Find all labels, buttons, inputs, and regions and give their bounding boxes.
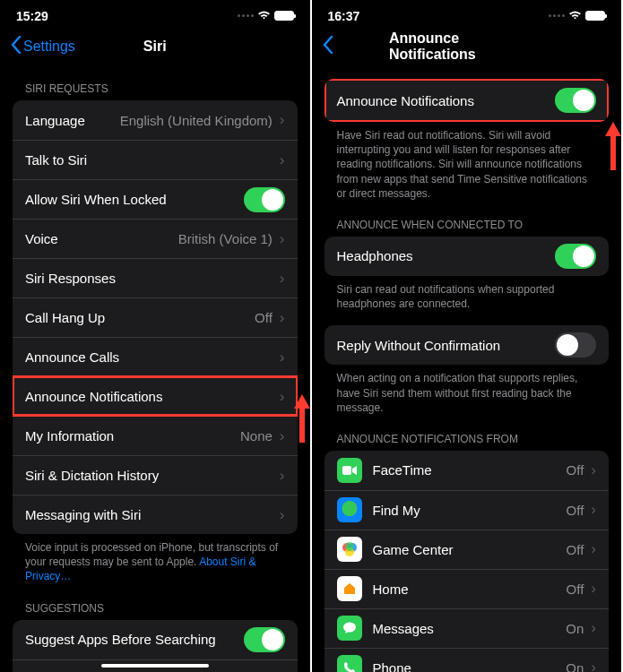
- row-headphones[interactable]: Headphones: [324, 237, 610, 276]
- chevron-right-icon: ›: [591, 580, 596, 598]
- row-label: Announce Calls: [25, 349, 119, 365]
- footer-headphones: Siri can read out notifications when sup…: [312, 276, 622, 313]
- row-app-findmy[interactable]: Find My Off ›: [324, 490, 610, 530]
- page-title: Siri: [143, 39, 167, 55]
- row-my-information[interactable]: My Information None ›: [13, 416, 298, 455]
- status-icons: [549, 10, 605, 22]
- chevron-right-icon: ›: [280, 427, 285, 445]
- row-messaging-with-siri[interactable]: Messaging with Siri ›: [13, 495, 298, 534]
- toggle-headphones[interactable]: [555, 244, 596, 269]
- screenshot-right: 16:37 Announce Notifications Announce No…: [312, 0, 624, 672]
- row-siri-dictation-history[interactable]: Siri & Dictation History ›: [13, 455, 298, 495]
- chevron-right-icon: ›: [280, 506, 285, 524]
- section-header-connected: ANNOUNCE WHEN CONNECTED TO: [312, 202, 622, 237]
- row-label: Call Hang Up: [25, 310, 105, 325]
- chevron-right-icon: ›: [591, 659, 596, 672]
- section-header-from: ANNOUNCE NOTIFICATIONS FROM: [312, 417, 622, 451]
- announce-toggle-group: Announce Notifications: [324, 79, 610, 122]
- row-value: None: [240, 428, 273, 444]
- row-app-messages[interactable]: Messages On ›: [324, 608, 610, 648]
- row-value: On: [566, 660, 584, 672]
- row-label: Suggest Apps Before Searching: [25, 632, 216, 647]
- back-button[interactable]: Settings: [23, 39, 75, 55]
- row-announce-notifications-master[interactable]: Announce Notifications: [324, 79, 610, 122]
- screenshot-left: 15:29 Settings Siri SIRI REQUESTS Langua…: [0, 0, 312, 672]
- status-bar: 15:29: [0, 0, 310, 27]
- chevron-right-icon: ›: [280, 309, 285, 327]
- row-value: On: [566, 621, 584, 636]
- row-label: FaceTime: [373, 462, 432, 478]
- messages-icon: [337, 616, 362, 641]
- connected-group: Headphones: [324, 237, 610, 276]
- row-label: Announce Notifications: [25, 389, 162, 404]
- toggle-allow-siri-locked[interactable]: [244, 187, 285, 212]
- status-bar: 16:37: [312, 0, 622, 27]
- row-announce-calls[interactable]: Announce Calls ›: [13, 337, 298, 376]
- chevron-right-icon: ›: [591, 540, 596, 558]
- chevron-right-icon: ›: [280, 230, 285, 248]
- row-label: Headphones: [337, 248, 413, 263]
- row-label: Siri & Dictation History: [25, 468, 159, 483]
- row-value: Off: [255, 310, 273, 325]
- chevron-right-icon: ›: [280, 111, 285, 129]
- status-icons: [238, 10, 294, 22]
- row-label: Phone: [373, 660, 411, 672]
- nav-bar: Settings Siri: [0, 27, 310, 66]
- section-header-siri-requests: SIRI REQUESTS: [0, 66, 310, 100]
- siri-requests-group: Language English (United Kingdom) › Talk…: [13, 100, 298, 534]
- row-label: Language: [25, 113, 85, 128]
- toggle-suggest-apps[interactable]: [244, 627, 285, 652]
- scroll-content: SIRI REQUESTS Language English (United K…: [0, 66, 310, 672]
- row-value: Off: [567, 503, 584, 518]
- row-value: Off: [567, 542, 584, 557]
- row-label: Messaging with Siri: [25, 507, 141, 522]
- toggle-announce-notifications[interactable]: [555, 88, 596, 113]
- row-label: Talk to Siri: [25, 152, 87, 168]
- row-app-phone[interactable]: Phone On ›: [324, 648, 610, 672]
- row-siri-responses[interactable]: Siri Responses ›: [13, 258, 298, 297]
- wifi-icon: [257, 10, 271, 22]
- row-talk-to-siri[interactable]: Talk to Siri ›: [13, 140, 298, 179]
- row-label: Voice: [25, 231, 58, 246]
- row-label: Game Center: [373, 542, 454, 557]
- battery-icon: [585, 11, 605, 21]
- apps-group: FaceTime Off › Find My Off › Game Center…: [324, 451, 610, 672]
- row-allow-siri-locked[interactable]: Allow Siri When Locked: [13, 179, 298, 219]
- row-voice[interactable]: Voice British (Voice 1) ›: [13, 219, 298, 258]
- reply-group: Reply Without Confirmation: [324, 325, 610, 365]
- footer-announce: Have Siri read out notifications. Siri w…: [312, 122, 622, 202]
- battery-icon: [274, 11, 294, 21]
- back-chevron-icon[interactable]: [11, 34, 22, 59]
- page-title: Announce Notifications: [389, 30, 544, 63]
- chevron-right-icon: ›: [591, 461, 596, 479]
- back-chevron-icon[interactable]: [323, 34, 333, 59]
- chevron-right-icon: ›: [280, 388, 285, 406]
- gamecenter-icon: [337, 537, 362, 562]
- row-app-facetime[interactable]: FaceTime Off ›: [324, 451, 610, 490]
- toggle-reply-without-confirm[interactable]: [555, 332, 596, 358]
- svg-point-4: [345, 542, 354, 551]
- status-time: 15:29: [16, 9, 48, 23]
- chevron-right-icon: ›: [280, 270, 285, 288]
- row-value: Off: [567, 462, 584, 478]
- row-label: Find My: [373, 503, 420, 518]
- row-label: Allow Siri When Locked: [25, 192, 167, 207]
- findmy-icon: [337, 497, 362, 522]
- row-suggest-apps[interactable]: Suggest Apps Before Searching: [13, 620, 298, 659]
- svg-point-5: [343, 623, 356, 633]
- chevron-right-icon: ›: [591, 501, 596, 519]
- section-header-suggestions: SUGGESTIONS: [0, 586, 310, 620]
- svg-rect-0: [342, 466, 351, 475]
- row-call-hangup[interactable]: Call Hang Up Off ›: [13, 297, 298, 337]
- wifi-icon: [568, 10, 582, 22]
- row-label: Messages: [373, 621, 434, 636]
- row-app-home[interactable]: Home Off ›: [324, 569, 610, 608]
- row-language[interactable]: Language English (United Kingdom) ›: [13, 100, 298, 140]
- row-value: British (Voice 1): [178, 231, 273, 246]
- footer-siri-requests: Voice input is processed on iPhone, but …: [0, 534, 310, 586]
- row-reply-without-confirm[interactable]: Reply Without Confirmation: [324, 325, 610, 365]
- status-time: 16:37: [328, 9, 360, 23]
- row-announce-notifications[interactable]: Announce Notifications ›: [13, 376, 298, 416]
- row-app-gamecenter[interactable]: Game Center Off ›: [324, 530, 610, 569]
- chevron-right-icon: ›: [280, 467, 285, 485]
